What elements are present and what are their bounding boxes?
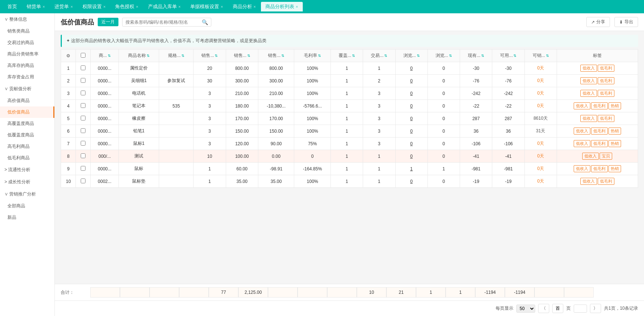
col-header-11[interactable]: 浏览...⇅	[395, 50, 427, 62]
row-trade: 3	[363, 125, 395, 137]
nav-item-产成品入库单[interactable]: 产成品入库单×	[144, 2, 185, 11]
nav-item-商品分析[interactable]: 商品分析×	[228, 2, 260, 11]
browse-link[interactable]: 0	[410, 78, 413, 84]
browse-link[interactable]: 0	[410, 141, 413, 146]
nav-item-权限设置[interactable]: 权限设置×	[78, 2, 110, 11]
nav-close-icon[interactable]: ×	[178, 4, 181, 9]
browse-link[interactable]: 0	[410, 116, 413, 121]
period-button[interactable]: 近一月	[98, 18, 118, 26]
col-header-14[interactable]: 可用...⇅	[492, 50, 524, 62]
row-stock1: -242	[460, 87, 492, 100]
col-header-13[interactable]: 现有...⇅	[460, 50, 492, 62]
row-s1: 3	[194, 137, 226, 150]
summary-cell-9: 10	[357, 287, 386, 298]
col-header-12[interactable]: 浏览...⇅	[427, 50, 460, 62]
browse-link[interactable]: 0	[410, 129, 413, 134]
summary-cell-14: -1194	[505, 287, 534, 298]
nav-item-单据模板设置[interactable]: 单据模板设置×	[186, 2, 227, 11]
summary-cell-10: 21	[386, 287, 416, 298]
sidebar-group-> 流通性分析[interactable]: > 流通性分析	[0, 164, 54, 176]
row-checkbox[interactable]	[81, 141, 85, 146]
sidebar-item-销售类商品[interactable]: 销售类商品	[0, 26, 54, 37]
sidebar-group-∨ 整体信息[interactable]: ∨ 整体信息	[0, 13, 54, 26]
row-days: 31天	[524, 125, 557, 137]
browse-link[interactable]: 0	[410, 103, 413, 109]
col-header-4[interactable]: 规格...⇅	[159, 50, 193, 62]
col-header-9[interactable]: 覆盖...⇅	[331, 50, 363, 62]
per-page-select[interactable]: 50 100 200	[516, 305, 535, 313]
col-header-15[interactable]: 可销...⇅	[524, 50, 557, 62]
row-checkbox[interactable]	[81, 103, 85, 108]
sidebar-item-高覆盖度商品[interactable]: 高覆盖度商品	[0, 118, 54, 129]
row-s1: 20	[194, 62, 226, 75]
sidebar-item-低覆盖度商品[interactable]: 低覆盖度商品	[0, 129, 54, 141]
col-header-8[interactable]: 毛利率⇅	[294, 50, 331, 62]
row-checkbox[interactable]	[81, 128, 85, 133]
row-checkbox[interactable]	[81, 179, 85, 183]
sidebar-group-> 成长性分析[interactable]: > 成长性分析	[0, 176, 54, 188]
sort-icon-3: ⇅	[147, 54, 150, 58]
nav-item-角色授权[interactable]: 角色授权×	[111, 2, 142, 11]
sidebar-item-新品[interactable]: 新品	[0, 212, 54, 223]
nav-item-商品分析列表[interactable]: 商品分析列表×	[261, 2, 302, 11]
col-header-2[interactable]: 商...⇅	[91, 50, 119, 62]
export-button[interactable]: ⬇ 导出	[614, 17, 638, 27]
col-header-16[interactable]: 标签	[557, 50, 638, 62]
row-checkbox[interactable]	[81, 65, 85, 70]
sidebar-item-高毛利商品[interactable]: 高毛利商品	[0, 141, 54, 152]
sidebar-item-低价值商品[interactable]: 低价值商品	[0, 106, 54, 118]
summary-cells: 772,125.00102111-1194-1194	[90, 287, 638, 298]
row-checkbox[interactable]	[81, 116, 85, 120]
search-icon[interactable]: 🔍	[202, 19, 208, 25]
table-wrapper[interactable]: ⚙商...⇅商品名称⇅规格...⇅销售...⇅销售...⇅销售...⇅毛利率⇅覆…	[61, 49, 638, 284]
nav-close-icon[interactable]: ×	[43, 4, 45, 9]
row-checkbox[interactable]	[81, 91, 85, 95]
browse-link[interactable]: 0	[410, 179, 413, 184]
row-browse1: 0	[395, 75, 427, 87]
browse-link[interactable]: 1	[410, 166, 413, 171]
sidebar-item-高价值商品[interactable]: 高价值商品	[0, 95, 54, 106]
col-header-3[interactable]: 商品名称⇅	[119, 50, 159, 62]
col-header-6[interactable]: 销售...⇅	[226, 50, 258, 62]
col-header-10[interactable]: 交易...⇅	[363, 50, 395, 62]
nav-close-icon[interactable]: ×	[296, 4, 298, 9]
browse-link[interactable]: 0	[410, 66, 413, 71]
nav-item-进货单[interactable]: 进货单×	[50, 2, 77, 11]
tag-badge-低毛利: 低毛利	[591, 102, 608, 109]
sidebar-item-交易过的商品[interactable]: 交易过的商品	[0, 37, 54, 48]
row-checkbox[interactable]	[81, 166, 85, 171]
first-page-button[interactable]: 首	[552, 304, 563, 313]
summary-cell-8	[327, 287, 357, 298]
nav-close-icon[interactable]: ×	[103, 4, 105, 9]
select-all-checkbox[interactable]	[81, 53, 85, 58]
nav-close-icon[interactable]: ×	[221, 4, 223, 9]
row-checkbox[interactable]	[81, 78, 85, 83]
prev-page-button[interactable]: 〈	[538, 304, 549, 313]
nav-item-销货单[interactable]: 销货单×	[22, 2, 49, 11]
row-checkbox[interactable]	[81, 153, 85, 158]
nav-close-icon[interactable]: ×	[254, 4, 256, 9]
share-button[interactable]: ↗ 分享	[586, 17, 610, 27]
search-input[interactable]	[125, 20, 199, 25]
sidebar-item-低毛利商品[interactable]: 低毛利商品	[0, 152, 54, 164]
browse-link[interactable]: 0	[410, 154, 413, 159]
sidebar-item-库存资金占用[interactable]: 库存资金占用	[0, 71, 54, 83]
col-header-5[interactable]: 销售...⇅	[194, 50, 226, 62]
sidebar-item-高库存的商品[interactable]: 高库存的商品	[0, 60, 54, 71]
sidebar-group-∨ 营销推广分析[interactable]: ∨ 营销推广分析	[0, 188, 54, 200]
settings-icon[interactable]: ⚙	[66, 53, 70, 58]
nav-item-首页[interactable]: 首页	[3, 2, 21, 11]
row-s3: 150.00	[258, 125, 294, 137]
sidebar-item-全部商品[interactable]: 全部商品	[0, 200, 54, 212]
row-s2: 180.00	[226, 100, 258, 112]
row-profit: 100%	[294, 125, 331, 137]
row-stock2: -76	[492, 75, 524, 87]
sidebar-group-∨ 贡献值分析[interactable]: ∨ 贡献值分析	[0, 83, 54, 95]
col-header-7[interactable]: 销售...⇅	[258, 50, 294, 62]
nav-close-icon[interactable]: ×	[136, 4, 138, 9]
nav-close-icon[interactable]: ×	[70, 4, 73, 9]
sidebar-item-商品分类销售率[interactable]: 商品分类销售率	[0, 48, 54, 60]
next-page-button[interactable]: 〉	[590, 304, 601, 313]
browse-link[interactable]: 0	[410, 91, 413, 96]
page-input[interactable]: 1	[574, 305, 587, 313]
